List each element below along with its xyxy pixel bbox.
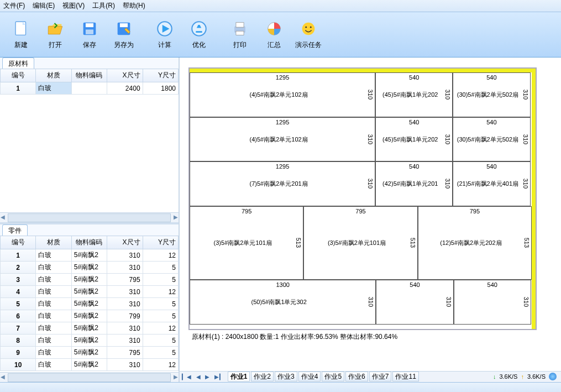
status-speed: ↓3.6K/S ↑3.6K/S — [493, 373, 557, 380]
tb-saveas[interactable]: 另存为 — [107, 15, 140, 54]
table-row[interactable]: 3白玻5#南飘27955 — [1, 274, 179, 286]
tb-demo[interactable]: 演示任务 — [292, 15, 325, 54]
tb-opt-label: 优化 — [192, 40, 206, 50]
table-row[interactable]: 1白玻5#南飘231012 — [1, 249, 179, 262]
tb-print-label: 打印 — [233, 40, 247, 50]
tb-save-label: 保存 — [83, 40, 96, 50]
cut-piece[interactable]: 540310 — [454, 280, 531, 325]
tab-raw[interactable]: 原材料 — [2, 58, 34, 69]
cut-piece[interactable]: 1295310(7)5#南飘2单元201扇 — [190, 161, 375, 206]
job-nav[interactable]: ▎◀ ◀ ▶ ▶▎ — [182, 374, 224, 380]
menu-help[interactable]: 帮助(H) — [123, 1, 145, 11]
tb-open[interactable]: 打开 — [39, 15, 72, 54]
cut-piece[interactable]: 540310 — [376, 280, 453, 325]
tb-calc[interactable]: 计算 — [148, 15, 181, 54]
table-row[interactable]: 8白玻5#南飘23105 — [1, 334, 179, 347]
job-tab[interactable]: 作业11 — [392, 372, 418, 381]
tb-saveas-label: 另存为 — [114, 40, 134, 50]
layout-canvas[interactable]: 1295310(4)5#南飘2单元102扇540310(45)5#南飘1单元20… — [180, 58, 561, 371]
layout-info: 原材料(1) : 2400x1800 数量:1 作业出材率:96.53% 整体出… — [188, 330, 552, 344]
cut-piece[interactable]: 540310(30)5#南飘2单元502扇 — [453, 72, 530, 117]
svg-rect-3 — [86, 29, 93, 34]
cut-piece[interactable]: 540310(42)5#南飘1单元201 — [375, 161, 453, 206]
table-row[interactable]: 2白玻5#南飘23105 — [1, 262, 179, 274]
table-row[interactable]: 4白玻5#南飘231012 — [1, 286, 179, 298]
job-tab[interactable]: 作业7 — [369, 372, 392, 381]
raw-grid[interactable]: 编号材质物料编码X尺寸Y尺寸1白玻24001800 — [0, 69, 179, 212]
tb-sum[interactable]: 汇总 — [258, 15, 291, 54]
table-row[interactable]: 5白玻5#南飘23105 — [1, 298, 179, 310]
table-row[interactable]: 7白玻5#南飘231012 — [1, 322, 179, 334]
cut-piece[interactable]: 540310(30)5#南飘2单元502扇 — [453, 117, 530, 162]
tb-opt[interactable]: 优化 — [182, 15, 216, 54]
menu-tool[interactable]: 工具(R) — [92, 1, 115, 11]
cut-piece[interactable]: 1300310(50)5#南飘1单元302 — [190, 280, 376, 325]
svg-rect-10 — [236, 23, 244, 28]
cut-piece[interactable]: 795513(3)5#南飘2单元101扇 — [190, 206, 303, 280]
right-panel: 1295310(4)5#南飘2单元102扇540310(45)5#南飘1单元20… — [180, 58, 561, 382]
cut-piece[interactable]: 540310(45)5#南飘1单元202 — [375, 117, 453, 162]
tb-calc-label: 计算 — [158, 40, 171, 50]
cut-piece[interactable]: 795513(3)5#南飘2单元101扇 — [303, 206, 417, 280]
table-row[interactable]: 6白玻5#南飘27995 — [1, 310, 179, 322]
status-bar — [0, 382, 561, 392]
ie-icon — [549, 373, 557, 380]
cut-piece[interactable]: 795513(12)5#南飘2单元202扇 — [418, 206, 532, 280]
tb-open-label: 打开 — [49, 40, 62, 50]
tb-new-label: 新建 — [14, 40, 28, 50]
svg-point-15 — [310, 27, 312, 28]
table-row[interactable]: 10白玻5#南飘231012 — [1, 359, 179, 371]
parts-grid[interactable]: 编号材质物料编码X尺寸Y尺寸1白玻5#南飘2310122白玻5#南飘231053… — [0, 236, 179, 372]
menu-file[interactable]: 文件(F) — [3, 1, 25, 11]
table-row[interactable]: 1白玻24001800 — [1, 82, 179, 95]
svg-point-14 — [305, 27, 307, 28]
tb-print[interactable]: 打印 — [223, 15, 256, 54]
parts-scroll[interactable] — [0, 372, 179, 382]
cut-piece[interactable]: 540310(45)5#南飘1单元202 — [375, 72, 453, 117]
menu-view[interactable]: 视图(V) — [62, 1, 85, 11]
job-tabs: ▎◀ ◀ ▶ ▶▎ 作业1作业2作业3作业4作业5作业6作业7作业11 ↓3.6… — [180, 371, 561, 382]
table-row[interactable]: 9白玻5#南飘27955 — [1, 347, 179, 359]
svg-point-8 — [192, 22, 206, 36]
svg-point-13 — [302, 23, 315, 35]
tb-save[interactable]: 保存 — [73, 15, 106, 54]
raw-scroll[interactable] — [0, 212, 179, 222]
job-tab[interactable]: 作业2 — [251, 372, 274, 381]
menu-bar: 文件(F) 编辑(E) 视图(V) 工具(R) 帮助(H) — [0, 0, 561, 12]
job-tab[interactable]: 作业5 — [322, 372, 344, 381]
menu-edit[interactable]: 编辑(E) — [33, 1, 55, 11]
cut-piece[interactable]: 1295310(4)5#南飘2单元102扇 — [190, 72, 375, 117]
svg-rect-11 — [236, 31, 244, 35]
cut-piece[interactable]: 1295310(4)5#南飘2单元102扇 — [190, 117, 375, 162]
job-tab[interactable]: 作业6 — [345, 372, 368, 381]
job-tab[interactable]: 作业4 — [298, 372, 321, 381]
svg-rect-5 — [120, 23, 128, 27]
tb-sum-label: 汇总 — [268, 40, 281, 50]
tb-demo-label: 演示任务 — [295, 40, 322, 50]
toolbar: 新建 打开 保存 另存为 计算 优化 打印 汇总 演示任务 — [0, 12, 561, 58]
svg-rect-2 — [86, 23, 93, 27]
tb-new[interactable]: 新建 — [4, 15, 38, 54]
job-tab[interactable]: 作业1 — [228, 372, 250, 381]
cut-piece[interactable]: 540310(21)5#南飘2单元401扇 — [453, 161, 530, 206]
left-panel: 原材料 编号材质物料编码X尺寸Y尺寸1白玻24001800 零件 编号材质物料编… — [0, 58, 180, 382]
tab-parts[interactable]: 零件 — [2, 224, 28, 236]
job-tab[interactable]: 作业3 — [275, 372, 297, 381]
